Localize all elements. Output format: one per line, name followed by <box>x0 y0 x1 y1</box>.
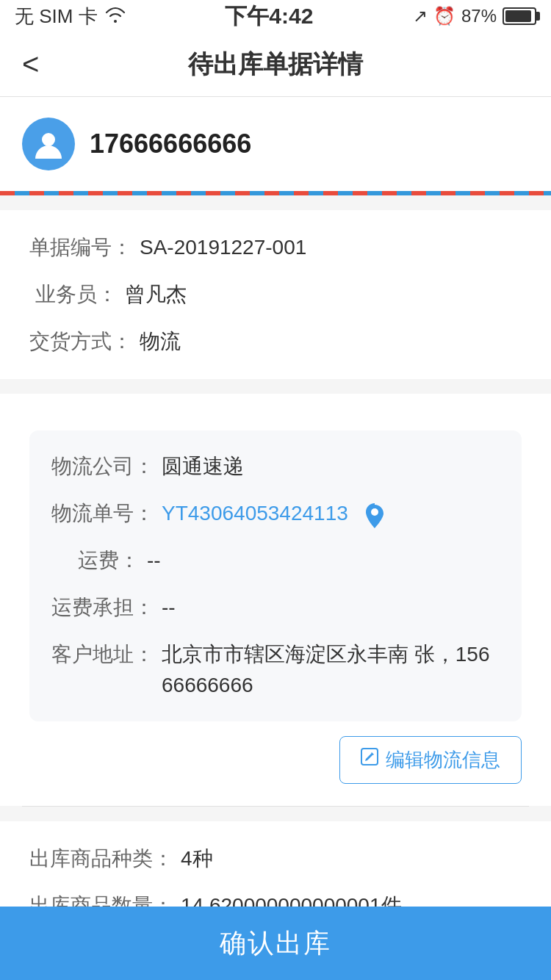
edit-icon <box>361 748 380 772</box>
customer-header: 17666666666 <box>0 97 551 191</box>
dashed-separator <box>0 191 551 195</box>
svg-point-0 <box>42 133 55 146</box>
address-label: 客户地址： <box>51 639 162 670</box>
confirm-outbound-button[interactable]: 确认出库 <box>0 907 551 980</box>
status-bar: 无 SIM 卡 下午4:42 ↗ ⏰ 87% <box>0 0 551 32</box>
wifi-icon <box>105 5 126 28</box>
types-label: 出库商品种类： <box>29 843 181 874</box>
salesperson-label: 业务员： <box>29 279 125 310</box>
battery-percent: 87% <box>461 6 497 26</box>
section-divider <box>22 806 529 807</box>
company-label: 物流公司： <box>51 451 162 482</box>
time-display: 下午4:42 <box>225 1 313 32</box>
svg-point-1 <box>371 508 378 516</box>
confirm-button-wrapper: 确认出库 <box>0 907 551 980</box>
order-info-section: 单据编号： SA-20191227-001 业务员： 曾凡杰 交货方式： 物流 <box>0 210 551 379</box>
salesperson-row: 业务员： 曾凡杰 <box>29 279 522 310</box>
logistics-section: 物流公司： 圆通速递 物流单号： YT43064053424113 运费： --… <box>0 394 551 806</box>
nav-bar: < 待出库单据详情 <box>0 32 551 97</box>
location-arrow-icon: ↗ <box>413 6 428 26</box>
tracking-row: 物流单号： YT43064053424113 <box>51 498 500 529</box>
alarm-icon: ⏰ <box>433 6 455 26</box>
tracking-value: YT43064053424113 <box>162 498 500 529</box>
battery-icon <box>503 7 536 25</box>
customer-phone: 17666666666 <box>90 129 251 159</box>
types-value: 4种 <box>181 843 522 874</box>
company-value: 圆通速递 <box>162 451 500 482</box>
delivery-label: 交货方式： <box>29 326 140 357</box>
status-left: 无 SIM 卡 <box>15 4 126 29</box>
freight-label: 运费： <box>51 545 147 576</box>
customer-avatar <box>22 118 75 170</box>
delivery-value: 物流 <box>140 326 522 357</box>
edit-logistics-button[interactable]: 编辑物流信息 <box>339 736 522 784</box>
map-pin-icon[interactable] <box>361 502 388 528</box>
edit-logistics-wrapper: 编辑物流信息 <box>29 736 522 784</box>
salesperson-value: 曾凡杰 <box>125 279 522 310</box>
types-row: 出库商品种类： 4种 <box>29 843 522 874</box>
order-no-row: 单据编号： SA-20191227-001 <box>29 232 522 263</box>
order-no-value: SA-20191227-001 <box>140 232 522 263</box>
freight-bearer-row: 运费承担： -- <box>51 592 500 623</box>
address-value: 北京市市辖区海淀区永丰南 张，156 66666666 <box>162 639 500 701</box>
freight-bearer-label: 运费承担： <box>51 592 162 623</box>
freight-bearer-value: -- <box>162 592 500 623</box>
address-row: 客户地址： 北京市市辖区海淀区永丰南 张，156 66666666 <box>51 639 500 701</box>
page-title: 待出库单据详情 <box>188 48 363 82</box>
company-row: 物流公司： 圆通速递 <box>51 451 500 482</box>
order-no-label: 单据编号： <box>29 232 140 263</box>
back-button[interactable]: < <box>22 48 39 81</box>
freight-row: 运费： -- <box>51 545 500 576</box>
delivery-row: 交货方式： 物流 <box>29 326 522 357</box>
logistics-card: 物流公司： 圆通速递 物流单号： YT43064053424113 运费： --… <box>29 430 522 721</box>
person-icon <box>32 128 65 160</box>
status-right: ↗ ⏰ 87% <box>413 6 536 26</box>
carrier-text: 无 SIM 卡 <box>15 4 98 29</box>
freight-value: -- <box>147 545 500 576</box>
tracking-label: 物流单号： <box>51 498 162 529</box>
edit-logistics-label: 编辑物流信息 <box>386 747 500 773</box>
